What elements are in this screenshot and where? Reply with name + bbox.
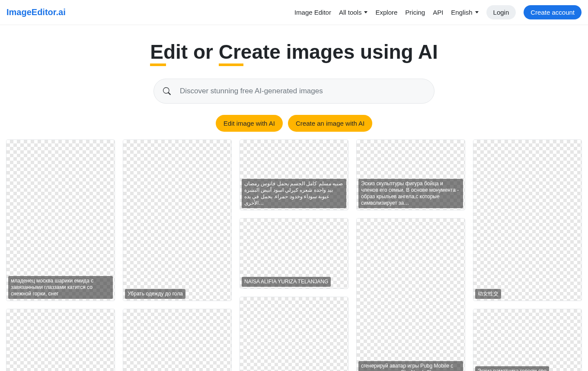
image-card[interactable]: 幼女性交 xyxy=(473,140,582,301)
action-pills: Edit image with AI Create an image with … xyxy=(0,115,588,132)
title-rest: images using AI xyxy=(281,41,438,63)
nav-image-editor[interactable]: Image Editor xyxy=(294,9,331,16)
main-nav: Image Editor All tools Explore Pricing A… xyxy=(294,5,582,19)
image-card[interactable]: NAISA ALIFIA YURIZA TELANJANG xyxy=(240,218,348,289)
image-placeholder xyxy=(6,309,115,371)
nav-language-label: English xyxy=(451,9,472,16)
nav-explore[interactable]: Explore xyxy=(375,9,397,16)
image-caption: 幼女性交 xyxy=(475,289,501,299)
chevron-down-icon xyxy=(475,11,479,13)
image-placeholder xyxy=(123,309,231,371)
grid-col-4: Эскиз скульптуры фигура бойца и членов е… xyxy=(356,140,465,371)
chevron-down-icon xyxy=(364,11,368,13)
title-edit: Edit xyxy=(150,40,188,63)
nav-all-tools[interactable]: All tools xyxy=(339,9,368,16)
image-caption: Убрать одежду до гола xyxy=(125,289,185,299)
image-card[interactable]: Эскиз скульптуры фигура бойца и членов е… xyxy=(356,140,465,210)
image-caption: Эскиз скульптуры фигура бойца и членов е… xyxy=(358,179,463,208)
brand-logo[interactable]: ImageEditor.ai xyxy=(6,7,66,17)
image-caption: Эскиз памятника героям сво xyxy=(475,366,549,371)
search-wrap xyxy=(153,79,435,104)
image-card[interactable]: صبيه مسلم كامل الجسم يحمل فانوس رمضان بي… xyxy=(240,140,348,210)
grid-col-1: младенец москва шарики емида с завязанны… xyxy=(6,140,115,371)
image-placeholder xyxy=(473,309,582,371)
image-card[interactable] xyxy=(123,309,232,371)
image-card[interactable] xyxy=(6,309,115,371)
image-caption: صبيه مسلم كامل الجسم يحمل فانوس رمضان بي… xyxy=(242,179,346,208)
image-caption: NAISA ALIFIA YURIZA TELANJANG xyxy=(242,277,331,287)
nav-language[interactable]: English xyxy=(451,9,478,16)
grid-col-3: صبيه مسلم كامل الجسم يحمل فانوس رمضان بي… xyxy=(240,140,348,371)
page-title: Edit or Create images using AI xyxy=(150,40,438,63)
image-placeholder xyxy=(473,140,582,301)
title-or: or xyxy=(188,41,219,63)
grid-col-5: 幼女性交 Эскиз памятника героям сво xyxy=(473,140,582,371)
nav-api[interactable]: API xyxy=(433,9,443,16)
image-placeholder xyxy=(123,140,231,301)
image-grid: младенец москва шарики емида с завязанны… xyxy=(0,132,588,371)
nav-all-tools-label: All tools xyxy=(339,9,362,16)
search-icon xyxy=(163,87,171,95)
create-image-button[interactable]: Create an image with AI xyxy=(288,115,372,132)
grid-col-2: Убрать одежду до гола xyxy=(123,140,232,371)
search-input[interactable] xyxy=(153,79,435,104)
image-placeholder xyxy=(357,219,465,371)
nav-pricing[interactable]: Pricing xyxy=(405,9,425,16)
image-placeholder xyxy=(240,297,348,371)
image-card[interactable]: сгенерируй аватар игры Pubg Mobile с над… xyxy=(356,218,465,371)
header: ImageEditor.ai Image Editor All tools Ex… xyxy=(0,0,588,25)
edit-image-button[interactable]: Edit image with AI xyxy=(216,115,283,132)
create-account-button[interactable]: Create account xyxy=(524,5,582,19)
image-caption: младенец москва шарики емида с завязанны… xyxy=(8,276,113,299)
login-button[interactable]: Login xyxy=(486,5,516,19)
image-card[interactable]: младенец москва шарики емида с завязанны… xyxy=(6,140,115,301)
title-create: Create xyxy=(219,40,281,63)
image-caption: сгенерируй аватар игры Pubg Mobile с над… xyxy=(358,361,463,371)
hero: Edit or Create images using AI Edit imag… xyxy=(0,40,588,132)
image-card[interactable]: Эскиз памятника героям сво xyxy=(473,309,582,371)
image-card[interactable] xyxy=(240,297,348,371)
image-card[interactable]: Убрать одежду до гола xyxy=(123,140,232,301)
